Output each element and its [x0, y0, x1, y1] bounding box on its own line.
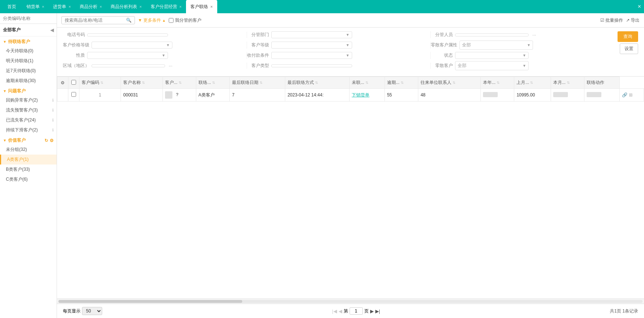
sidebar-group-problem[interactable]: ▼ 问题客户 [0, 86, 57, 95]
settings-icon[interactable]: ⚙ [50, 138, 54, 143]
first-page-btn[interactable]: |◀ [332, 308, 337, 314]
sidebar-search-input[interactable] [3, 16, 57, 21]
sort-icon-code: ⇅ [100, 81, 103, 85]
action-grid-icon[interactable]: ⊞ [629, 92, 633, 98]
scroll-thumb[interactable] [58, 300, 242, 303]
filter-more-btn[interactable]: ▼ 更多条件 ▲ [138, 17, 166, 24]
adv-filter-row-1: 电话号码 分管部门 ▼ [63, 31, 615, 38]
col-name[interactable]: 客户名称⇅ [121, 77, 162, 89]
payment-label: 收付款条件 [247, 52, 269, 59]
col-this-year[interactable]: 本年...⇅ [481, 77, 514, 89]
batch-op-btn[interactable]: ☑ 批量操作 [600, 17, 623, 24]
retail-attr-select[interactable]: 全部 ▼ [459, 40, 533, 50]
nav-close-customer-contact[interactable]: × [210, 4, 212, 9]
nav-close-product-analysis[interactable]: × [100, 4, 102, 9]
horizontal-scrollbar[interactable] [57, 298, 644, 304]
col-level[interactable]: 客户...⇅ [162, 77, 196, 89]
col-last-date[interactable]: 最后联络日期⇅ [230, 77, 285, 89]
action-link-icon[interactable]: 🔗 [622, 92, 627, 98]
nav-item-product-analysis[interactable]: 商品分析 × [75, 0, 106, 13]
nav-close-product-list[interactable]: × [139, 4, 142, 9]
customer-type-input[interactable] [271, 64, 352, 67]
export-btn[interactable]: ↗ 导出 [626, 17, 640, 24]
per-page-label: 每页显示 [63, 308, 80, 314]
row-last-month [551, 89, 584, 102]
next-page-btn[interactable]: ▶ [370, 308, 374, 314]
retail-customer-select[interactable]: 全部 ▼ [455, 61, 529, 70]
col-checkbox[interactable] [68, 77, 79, 89]
nav-home[interactable]: 首页 [3, 0, 21, 13]
filter-search-icon[interactable]: 🔍 [126, 18, 132, 23]
query-button[interactable]: 查询 [618, 31, 638, 42]
col-last-month[interactable]: 上月...⇅ [514, 77, 551, 89]
col-last-method[interactable]: 最后联络方式⇅ [285, 77, 350, 89]
sidebar-item-class-b[interactable]: B类客户(33) [0, 165, 57, 174]
col-action[interactable]: 联络动作 [584, 77, 619, 89]
my-customers-checkbox[interactable] [169, 18, 173, 23]
nav-item-sales[interactable]: 销货单 × [22, 0, 49, 13]
region-select[interactable] [92, 64, 165, 67]
sidebar-item-repurchase-abnormal[interactable]: 回购异常客户(2) ℹ [0, 95, 57, 105]
sidebar-item-overdue[interactable]: 逾期未联络(30) [0, 76, 57, 86]
region-dots[interactable]: ··· [169, 63, 172, 68]
nav-item-product-list[interactable]: 商品分析列表 × [106, 0, 146, 13]
col-contact-count[interactable]: 联络...⇅ [196, 77, 229, 89]
last-method-link[interactable]: 下销货单 [352, 92, 369, 98]
sidebar-item-tomorrow[interactable]: 明天待联络(1) [0, 56, 57, 66]
sidebar-item-declining[interactable]: 持续下滑客户(2) ℹ [0, 125, 57, 135]
sidebar-item-today[interactable]: 今天待联络(0) [0, 46, 57, 56]
phone-input[interactable] [87, 33, 168, 36]
customer-type-label: 客户类型 [247, 63, 269, 69]
nature-label: 性质 [63, 52, 85, 59]
page-input[interactable] [350, 307, 363, 315]
col-code-label: 客户编码 [82, 80, 99, 86]
col-gear[interactable]: ⚙ [57, 77, 68, 89]
adv-cell-price-level: 客户价格等级 ▼ [63, 42, 247, 49]
manager-input[interactable] [455, 33, 529, 36]
col-no-contact[interactable]: 未联...⇅ [349, 77, 384, 89]
manager-dots[interactable]: ··· [532, 32, 536, 38]
customer-level-select[interactable]: ▼ [271, 42, 352, 49]
payment-select[interactable]: ▼ [271, 52, 352, 59]
filter-search-input[interactable] [65, 18, 125, 23]
sidebar-item-7days[interactable]: 近7天待联络(0) [0, 66, 57, 76]
nav-item-customer-segment[interactable]: 客户分层经营 × [146, 0, 186, 13]
sidebar-item-class-a[interactable]: A类客户(1) [0, 155, 57, 165]
sidebar-all-customers[interactable]: 全部客户 ◀ [0, 24, 57, 36]
col-this-month[interactable]: 本月...⇅ [551, 77, 584, 89]
row-last-method: 下销货单 [349, 89, 384, 102]
nav-item-purchase[interactable]: 进货单 × [49, 0, 75, 13]
setting-button[interactable]: 设置 [620, 43, 638, 54]
per-page-select[interactable]: 50 100 200 [82, 307, 102, 315]
col-company-contact[interactable]: 往来单位联系人⇅ [418, 77, 481, 89]
page-size-wrap: 每页显示 50 100 200 [63, 307, 102, 315]
row-index: 1 [79, 89, 121, 102]
nav-close-customer-segment[interactable]: × [179, 4, 182, 9]
last-page-btn[interactable]: ▶| [375, 308, 380, 314]
nav-item-customer-contact[interactable]: 客户联络 × [186, 0, 217, 13]
sidebar-group-pending[interactable]: ▼ 待联络客户 [0, 36, 57, 46]
refresh-icon[interactable]: ↻ [44, 138, 48, 143]
price-level-label: 客户价格等级 [63, 42, 89, 48]
prev-page-btn[interactable]: ◀ [339, 308, 342, 314]
nature-select[interactable]: ▼ [87, 52, 168, 59]
select-all-checkbox[interactable] [71, 80, 76, 85]
sidebar-item-ungrouped[interactable]: 未分组(32) [0, 145, 57, 155]
dept-select[interactable]: ▼ [271, 31, 352, 38]
sidebar-item-loss-warning[interactable]: 流失预警客户(3) ℹ [0, 105, 57, 115]
sidebar-item-class-c[interactable]: C类客户(6) [0, 174, 57, 184]
nav-close-sales[interactable]: × [42, 4, 44, 9]
close-all-tabs[interactable]: × [638, 3, 641, 10]
export-label: 导出 [631, 17, 640, 24]
row-action-icons: 🔗 ⊞ [619, 89, 644, 102]
adv-filter-row-4: 区域（地区） ··· 客户类型 [63, 61, 615, 70]
sidebar-item-lost[interactable]: 已流失客户(24) ℹ [0, 115, 57, 125]
row-checkbox[interactable] [71, 92, 76, 97]
col-overdue[interactable]: 逾期...⇅ [384, 77, 418, 89]
nav-close-purchase[interactable]: × [68, 4, 71, 9]
sidebar-group-value[interactable]: ▼ 价值客户 ↻ ⚙ [0, 135, 57, 145]
price-level-select[interactable]: ▼ [92, 42, 172, 49]
col-code[interactable]: 客户编码⇅ [79, 77, 121, 89]
status-select[interactable]: ▼ [455, 52, 529, 59]
sidebar-collapse-icon[interactable]: ◀ [50, 28, 54, 33]
